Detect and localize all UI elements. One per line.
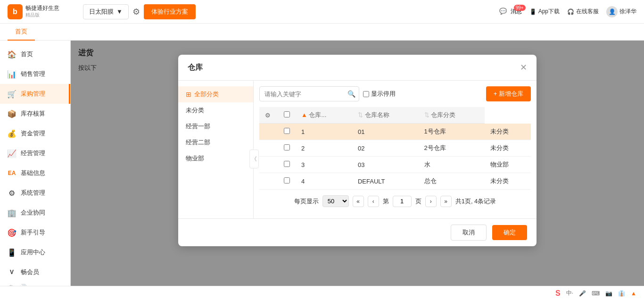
user-profile-button[interactable]: 👤 徐泽华 [606, 6, 636, 17]
row-code: DEFAULT [352, 173, 419, 190]
member-icon: V [8, 268, 16, 276]
sidebar-label-system: 系统管理 [21, 189, 45, 197]
logo-icon: b [8, 4, 23, 19]
store-name: 日太阳膜 [89, 8, 114, 16]
col-name: ⇅ 仓库名称 [352, 107, 419, 124]
row-category: 物业部 [485, 157, 531, 173]
settings-button[interactable]: ⚙ [129, 4, 144, 19]
sidebar-label-inventory: 库存核算 [21, 109, 45, 118]
col-code: ▲ 仓库... [296, 107, 352, 124]
sidebar-label-basic: 基础信息 [21, 169, 45, 177]
last-page-button[interactable]: » [440, 196, 452, 207]
per-page-label: 每页显示 [294, 197, 319, 206]
row-gear [259, 124, 278, 140]
category-property[interactable]: 物业部 [178, 150, 253, 167]
row-name: 水 [419, 157, 485, 173]
shirt-icon[interactable]: 👔 [618, 290, 625, 297]
store-selector[interactable]: 日太阳膜 ▼ [83, 4, 129, 19]
sidebar-label-enterprise: 企业协同 [21, 208, 45, 217]
col-sort-icon: ⇅ [358, 111, 363, 118]
content-area: 进货 按以下 仓库 ✕ ⊞ 全部分类 [71, 41, 644, 300]
table-row: 3 03 水 物业部 [259, 157, 531, 173]
pagination: 每页显示 50 20 100 « ‹ 第 页 › [259, 190, 531, 213]
next-page-button[interactable]: › [425, 196, 437, 207]
sidebar-item-operations[interactable]: 📈 经营管理 [0, 143, 70, 163]
row-gear [259, 157, 278, 173]
sidebar-item-finance[interactable]: 💰 资金管理 [0, 124, 70, 143]
prev-page-button[interactable]: ‹ [368, 196, 379, 207]
modal-overlay: 仓库 ✕ ⊞ 全部分类 未分类 经营一 [71, 41, 644, 300]
category-all-label: 全部分类 [194, 90, 219, 99]
row-checkbox[interactable] [278, 124, 296, 140]
keyboard-icon[interactable]: ⌨ [592, 290, 600, 297]
sales-icon: 📊 [8, 70, 16, 78]
category-unclassified[interactable]: 未分类 [178, 102, 253, 118]
home-tab-label: 首页 [15, 27, 27, 36]
logo-name: 畅捷通好生意 [25, 5, 59, 12]
sidebar-item-inventory[interactable]: 📦 库存核算 [0, 104, 70, 124]
select-all-checkbox[interactable] [284, 111, 290, 117]
col-checkbox [278, 107, 296, 124]
trial-button[interactable]: 体验行业方案 [144, 4, 196, 19]
header-actions: 💬 99+ 消息 📱 App下载 🎧 在线客服 👤 徐泽华 [499, 6, 636, 17]
confirm-button[interactable]: 确定 [492, 225, 527, 240]
page-number-input[interactable] [393, 196, 412, 207]
sidebar-item-enterprise[interactable]: 🏢 企业协同 [0, 203, 70, 223]
dialog-close-button[interactable]: ✕ [520, 62, 527, 73]
logo-area: b 畅捷通好生意 精品版 [8, 4, 78, 19]
first-page-button[interactable]: « [353, 196, 364, 207]
warehouse-dialog: 仓库 ✕ ⊞ 全部分类 未分类 经营一 [178, 55, 537, 246]
search-input[interactable] [259, 86, 359, 101]
sidebar-label-guide: 新手引导 [21, 228, 45, 237]
row-category: 未分类 [485, 124, 531, 140]
show-disabled-checkbox[interactable] [363, 91, 369, 97]
app-download-label: App下载 [538, 8, 560, 16]
sidebar-item-home[interactable]: 🏠 首页 [0, 44, 70, 64]
row-gear [259, 173, 278, 190]
page-label: 第 [383, 197, 389, 206]
add-warehouse-button[interactable]: + 新增仓库 [486, 86, 531, 101]
sidebar-item-guide[interactable]: 🎯 新手引导 [0, 223, 70, 242]
col-cat-sort-icon: ⇅ [424, 111, 429, 118]
category-ops1-label: 经营一部 [186, 122, 210, 131]
message-button[interactable]: 💬 99+ 消息 [499, 8, 522, 16]
dialog-footer: 取消 确定 [178, 218, 537, 246]
nav-tabs: 首页 [0, 24, 644, 41]
category-ops2[interactable]: 经营二部 [178, 134, 253, 150]
triangle-icon[interactable]: ▲ [631, 290, 636, 297]
row-index: 4 [296, 173, 352, 190]
col-category: ⇅ 仓库分类 [419, 107, 485, 124]
category-ops1[interactable]: 经营一部 [178, 118, 253, 134]
show-disabled-label[interactable]: 显示停用 [363, 90, 396, 98]
category-all[interactable]: ⊞ 全部分类 [178, 86, 253, 102]
logo-sub: 精品版 [25, 12, 59, 18]
category-panel: ⊞ 全部分类 未分类 经营一部 经营二部 物业部 [178, 81, 254, 218]
row-category: 未分类 [485, 140, 531, 157]
dialog-body: ⊞ 全部分类 未分类 经营一部 经营二部 物业部 [178, 81, 537, 218]
sidebar-label-member: 畅会员 [21, 268, 39, 276]
row-gear [259, 140, 278, 157]
per-page-select[interactable]: 50 20 100 [322, 195, 349, 207]
row-checkbox[interactable] [278, 173, 296, 190]
category-grid-icon: ⊞ [186, 91, 191, 98]
cancel-button[interactable]: 取消 [451, 225, 487, 241]
sidebar-item-sales[interactable]: 📊 销售管理 [0, 64, 70, 84]
sidebar-item-purchase[interactable]: 🛒 采购管理 [0, 84, 70, 104]
page-suffix: 页 [415, 197, 421, 206]
sidebar-item-basic[interactable]: EA 基础信息 [0, 163, 70, 183]
row-index: 2 [296, 140, 352, 157]
row-checkbox[interactable] [278, 157, 296, 173]
nav-tab-home[interactable]: 首页 [8, 24, 35, 41]
collapse-icon: 《 [251, 155, 257, 163]
camera-icon[interactable]: 📷 [605, 290, 612, 297]
sidebar-item-system[interactable]: ⚙ 系统管理 [0, 183, 70, 203]
mic-icon[interactable]: 🎤 [579, 290, 586, 297]
app-download-button[interactable]: 📱 App下载 [529, 8, 560, 16]
table-row: 1 01 1号仓库 未分类 [259, 124, 531, 140]
row-checkbox[interactable] [278, 140, 296, 157]
sidebar-item-member[interactable]: V 畅会员 [0, 262, 70, 282]
table-panel: 🔍 显示停用 + 新增仓库 [254, 81, 537, 218]
sidebar-item-apps[interactable]: 📱 应用中心 [0, 242, 70, 262]
collapse-panel-button[interactable]: 《 [249, 150, 259, 168]
online-service-button[interactable]: 🎧 在线客服 [567, 8, 599, 16]
